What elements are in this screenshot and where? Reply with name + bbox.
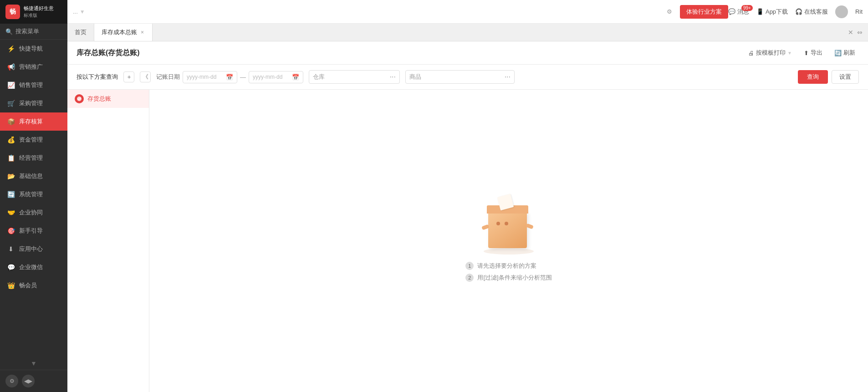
sidebar-item-label: 新手引导	[19, 227, 43, 235]
empty-hint-2: 2 用[过滤]条件来缩小分析范围	[465, 274, 551, 282]
breadcrumb: ... ▼	[73, 8, 663, 15]
home-label: 首页	[75, 28, 87, 36]
date-end-placeholder: yyyy-mm-dd	[253, 74, 282, 80]
tab-inventory-ledger[interactable]: 库存成本总账 ×	[94, 24, 153, 41]
warehouse-more-icon: ···	[390, 73, 396, 81]
tab-label: 库存成本总账	[102, 28, 137, 36]
marketing-icon: 📢	[6, 63, 15, 71]
main-content: ... ▼ ⚙ 体验行业方案 💬 消息 99+ 📱 App下载 🎧 在线客服 R…	[67, 0, 868, 392]
sidebar-search[interactable]: 🔍 搜索菜单	[0, 24, 67, 40]
sidebar-item-label: 快捷导航	[19, 45, 43, 53]
enterprise-icon: 🤝	[6, 209, 15, 216]
sidebar-item-basic-info[interactable]: 📂 基础信息	[0, 167, 67, 185]
user-avatar[interactable]	[835, 5, 848, 18]
sidebar-item-inventory[interactable]: 📦 库存核算	[0, 112, 67, 131]
search-label: 搜索菜单	[15, 27, 39, 36]
app-name: 畅捷通好生意	[24, 5, 54, 12]
export-button[interactable]: ⬆ 导出	[800, 47, 826, 59]
sidebar-nav: ⚡ 快捷导航 📢 营销推广 📈 销售管理 🛒 采购管理 📦 库存核算 💰 资金管…	[0, 40, 67, 357]
date-filter-field: 记账日期 yyyy-mm-dd 📅 — yyyy-mm-dd 📅	[156, 71, 303, 83]
quick-nav-icon: ⚡	[6, 45, 15, 52]
calendar-start-icon[interactable]: 📅	[226, 74, 233, 81]
calendar-end-icon[interactable]: 📅	[292, 74, 299, 81]
app-download-button[interactable]: 📱 App下载	[756, 8, 788, 16]
tab-home[interactable]: 首页	[67, 24, 94, 41]
sidebar-item-member[interactable]: 👑 畅会员	[0, 276, 67, 295]
sidebar-item-sales[interactable]: 📈 销售管理	[0, 76, 67, 94]
sidebar-item-wechat[interactable]: 💬 企业微信	[0, 258, 67, 276]
member-icon: 👑	[6, 282, 15, 289]
sidebar-item-label: 基础信息	[19, 172, 43, 180]
refresh-button[interactable]: 🔄 刷新	[831, 47, 859, 59]
sidebar-item-label: 营销推广	[19, 63, 43, 71]
new-guide-icon: 🎯	[6, 227, 15, 234]
sidebar-item-label: 经营管理	[19, 154, 43, 162]
product-select[interactable]: 商品 ···	[405, 70, 515, 84]
export-label: 导出	[811, 49, 822, 57]
system-icon: 🔄	[6, 191, 15, 198]
topbar: ... ▼ ⚙ 体验行业方案 💬 消息 99+ 📱 App下载 🎧 在线客服 R…	[67, 0, 868, 24]
sidebar-item-marketing[interactable]: 📢 营销推广	[0, 58, 67, 76]
sidebar-item-app-center[interactable]: ⬇ 应用中心	[0, 240, 67, 258]
page-settings-button[interactable]: 设置	[832, 70, 859, 84]
date-end-input[interactable]: yyyy-mm-dd 📅	[249, 71, 303, 83]
sidebar-item-label: 应用中心	[19, 245, 43, 253]
date-separator: —	[240, 74, 246, 81]
app-center-icon: ⬇	[6, 245, 15, 253]
filter-add-button[interactable]: ＋	[123, 71, 134, 82]
panel-expand-icon[interactable]: ⇔	[857, 29, 863, 36]
sidebar-collapse-icon[interactable]: ◀▶	[22, 375, 35, 387]
scheme-item-label: 存货总账	[87, 95, 111, 103]
product-label: 商品	[409, 73, 421, 81]
sidebar-item-label: 畅会员	[19, 281, 37, 290]
online-support-button[interactable]: 🎧 在线客服	[795, 8, 828, 16]
empty-arm-left	[481, 224, 490, 230]
headset-icon: 🎧	[795, 8, 802, 15]
date-start-input[interactable]: yyyy-mm-dd 📅	[183, 71, 237, 83]
user-name: Rit	[855, 8, 863, 15]
print-button[interactable]: 🖨 按模板打印 ▼	[745, 47, 796, 59]
scheme-item-inventory[interactable]: 存货总账	[67, 90, 149, 108]
sidebar-item-finance[interactable]: 💰 资金管理	[0, 131, 67, 149]
settings-button[interactable]: ⚙	[663, 5, 676, 19]
page-area: 库存总账(存货总账) 🖨 按模板打印 ▼ ⬆ 导出 🔄 刷新 按以下方案查询	[67, 41, 868, 392]
sidebar-item-label: 企业微信	[19, 263, 43, 271]
print-dropdown-icon[interactable]: ▼	[787, 51, 792, 56]
sales-icon: 📈	[6, 81, 15, 89]
query-button[interactable]: 查询	[798, 70, 828, 84]
operations-icon: 📋	[6, 154, 15, 162]
filter-actions: 查询 设置	[798, 70, 859, 84]
warehouse-select[interactable]: 仓库 ···	[309, 70, 400, 84]
sidebar-item-purchase[interactable]: 🛒 采购管理	[0, 94, 67, 112]
sidebar-item-enterprise[interactable]: 🤝 企业协同	[0, 204, 67, 222]
app-download-label: App下载	[766, 8, 788, 16]
panel-close-icon[interactable]: ✕	[848, 29, 853, 36]
sidebar-item-system[interactable]: 🔄 系统管理	[0, 185, 67, 204]
scroll-down-btn[interactable]: ▼	[28, 359, 40, 368]
sidebar-item-label: 库存核算	[19, 117, 43, 126]
basic-info-icon: 📂	[6, 173, 15, 180]
sidebar-item-quick-nav[interactable]: ⚡ 快捷导航	[0, 40, 67, 58]
page-header-actions: 🖨 按模板打印 ▼ ⬆ 导出 🔄 刷新	[745, 47, 859, 59]
topbar-right: 💬 消息 99+ 📱 App下载 🎧 在线客服 Rit	[728, 5, 863, 18]
refresh-icon: 🔄	[834, 50, 842, 56]
print-label: 按模板打印	[756, 49, 786, 57]
tab-close-button[interactable]: ×	[140, 28, 145, 36]
page-header: 库存总账(存货总账) 🖨 按模板打印 ▼ ⬆ 导出 🔄 刷新	[67, 41, 868, 65]
filter-collapse-button[interactable]: 《	[140, 71, 151, 82]
empty-hint-1: 1 请先选择要分析的方案	[465, 262, 551, 270]
sidebar-item-operations[interactable]: 📋 经营管理	[0, 149, 67, 167]
empty-state: 1 请先选择要分析的方案 2 用[过滤]条件来缩小分析范围	[465, 200, 551, 282]
phone-icon: 📱	[756, 8, 764, 15]
filter-bar: 按以下方案查询 ＋ 《 记账日期 yyyy-mm-dd 📅 — yyyy-mm-…	[67, 65, 868, 90]
sidebar-item-new-guide[interactable]: 🎯 新手引导	[0, 222, 67, 240]
breadcrumb-text: ...	[73, 8, 78, 15]
message-button[interactable]: 💬 消息 99+	[728, 8, 749, 16]
message-badge: 99+	[741, 5, 753, 11]
settings-gear-icon[interactable]: ⚙	[5, 375, 18, 387]
empty-illustration	[477, 200, 541, 255]
logo-icon: 畅	[5, 5, 20, 19]
industry-solution-button[interactable]: 体验行业方案	[680, 5, 728, 19]
app-version: 标准版	[24, 12, 54, 19]
hint-text-2: 用[过滤]条件来缩小分析范围	[477, 274, 551, 282]
